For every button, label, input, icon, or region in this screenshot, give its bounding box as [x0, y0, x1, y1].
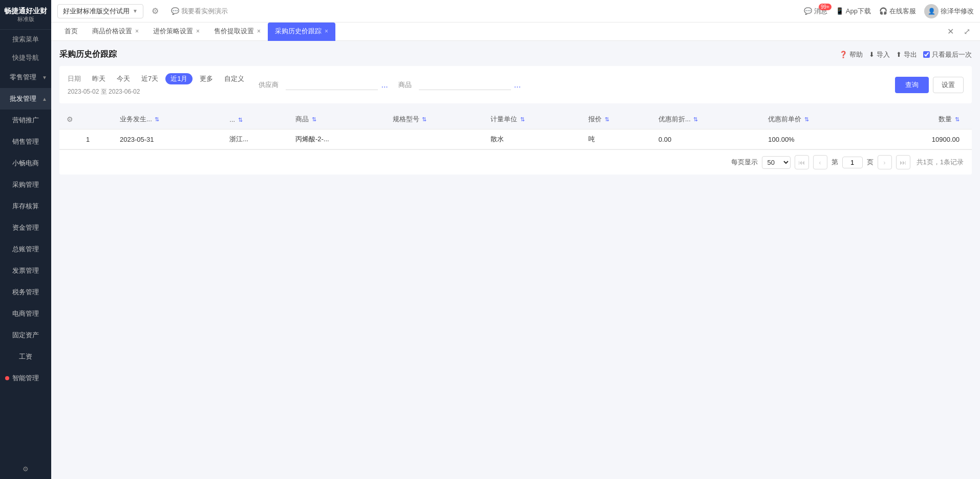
- supplier-input-wrap: ...: [286, 80, 388, 90]
- page-title: 采购历史价跟踪: [59, 49, 117, 60]
- th-quantity[interactable]: 数量 ⇅: [874, 110, 972, 129]
- sidebar-item-ledger-label: 总账管理: [4, 245, 47, 254]
- sidebar-item-sales[interactable]: 销售管理: [0, 131, 51, 153]
- sidebar-item-finance[interactable]: 资金管理: [0, 217, 51, 238]
- sidebar-item-inventory[interactable]: 库存核算: [0, 195, 51, 217]
- online-service-button[interactable]: 🎧 在线客服: [879, 7, 916, 16]
- gear-icon[interactable]: ⚙: [67, 115, 73, 123]
- sidebar-item-invoice-label: 发票管理: [4, 266, 47, 275]
- sort-icon: ⇅: [955, 116, 960, 122]
- sort-icon: ⇅: [605, 116, 609, 122]
- first-page-button[interactable]: ⏮: [795, 155, 809, 169]
- tab-sale-price[interactable]: 售价提取设置 ×: [207, 23, 268, 41]
- last1month-btn[interactable]: 近1月: [165, 73, 193, 84]
- version-selector[interactable]: 好业财标准版交付试用 ▼: [57, 4, 143, 18]
- per-page-select[interactable]: 50 20 100 200: [762, 156, 791, 169]
- tab-strategy-settings-label: 进价策略设置: [153, 27, 193, 36]
- filter-actions: 查询 设置: [895, 77, 964, 93]
- per-page-label: 每页显示: [731, 158, 758, 167]
- logo-title: 畅捷通好业财: [4, 6, 47, 15]
- export-button[interactable]: ⬆ 导出: [896, 50, 917, 59]
- table-row: 1 2023-05-31 浙江... 丙烯酸-2-... 散水 吨 0.00 1…: [59, 129, 972, 149]
- more-btn[interactable]: 更多: [196, 73, 217, 84]
- goods-more-icon[interactable]: ...: [514, 80, 521, 90]
- tabs-right-controls: ✕ ⤢: [943, 25, 974, 39]
- import-icon: ⬇: [869, 51, 875, 58]
- tab-purchase-history[interactable]: 采购历史价跟踪 ×: [268, 23, 335, 41]
- tab-strategy-settings[interactable]: 进价策略设置 ×: [146, 23, 207, 41]
- app-download-button[interactable]: 📱 App下载: [836, 7, 871, 16]
- goods-input[interactable]: [419, 80, 511, 90]
- th-quote-label: 报价: [588, 115, 602, 123]
- sidebar: 畅捷通好业财 标准版 搜索菜单 快捷导航 零售管理 ▼ 批发管理 ▲ 营销推广 …: [0, 0, 51, 479]
- expand-tab-button[interactable]: ⤢: [960, 25, 974, 39]
- sidebar-item-purchase[interactable]: 采购管理: [0, 174, 51, 195]
- settings-button[interactable]: 设置: [933, 77, 964, 93]
- th-seq: [80, 110, 114, 129]
- th-business-date[interactable]: 业务发生... ⇅: [114, 110, 223, 129]
- gear-icon[interactable]: ⚙: [147, 4, 163, 18]
- last-page-button[interactable]: ⏭: [896, 155, 910, 169]
- message-button[interactable]: 💬 消息 99+: [804, 7, 827, 16]
- page-input[interactable]: [842, 157, 863, 168]
- th-spec[interactable]: 规格型号 ⇅: [387, 110, 484, 129]
- sidebar-item-search[interactable]: 搜索菜单: [0, 30, 51, 49]
- td-seq: 1: [80, 129, 114, 149]
- sidebar-item-assets[interactable]: 固定资产: [0, 324, 51, 346]
- data-table: ⚙ 业务发生... ⇅ ... ⇅ 商品 ⇅: [59, 110, 972, 149]
- sidebar-item-purchase-label: 采购管理: [4, 180, 47, 189]
- custom-btn[interactable]: 自定义: [220, 73, 248, 84]
- sidebar-item-salary[interactable]: 工资: [0, 346, 51, 367]
- supplier-more-icon[interactable]: ...: [381, 80, 388, 90]
- import-button[interactable]: ⬇ 导入: [869, 50, 890, 59]
- close-tab-button[interactable]: ✕: [943, 25, 957, 39]
- sidebar-item-tax[interactable]: 税务管理: [0, 281, 51, 303]
- sidebar-item-ecommerce-small[interactable]: 小畅电商: [0, 153, 51, 174]
- sort-icon: ⇅: [804, 116, 809, 122]
- query-button[interactable]: 查询: [895, 77, 929, 93]
- demo-link[interactable]: 💬 我要看实例演示: [171, 7, 228, 16]
- td-quote: 吨: [582, 129, 652, 149]
- date-buttons: 昨天 今天 近7天 近1月 更多 自定义: [88, 73, 248, 84]
- chevron-down-icon: ▼: [42, 75, 47, 80]
- sidebar-item-quicknav[interactable]: 快捷导航: [0, 49, 51, 67]
- sidebar-item-finance-label: 资金管理: [4, 223, 47, 232]
- sort-icon: ⇅: [693, 116, 698, 122]
- last-only-checkbox[interactable]: [923, 51, 930, 58]
- sidebar-item-wholesale[interactable]: 批发管理 ▲: [0, 88, 51, 110]
- today-btn[interactable]: 今天: [113, 73, 134, 84]
- sort-icon: ⇅: [155, 116, 159, 122]
- tab-home[interactable]: 首页: [57, 23, 85, 41]
- yesterday-btn[interactable]: 昨天: [88, 73, 110, 84]
- close-icon[interactable]: ×: [135, 28, 139, 35]
- sidebar-item-ai[interactable]: 智能管理: [0, 367, 51, 389]
- app-download-label: App下载: [846, 7, 871, 16]
- th-unit[interactable]: 计量单位 ⇅: [484, 110, 582, 129]
- close-icon[interactable]: ×: [257, 28, 261, 35]
- sidebar-item-marketing[interactable]: 营销推广: [0, 110, 51, 131]
- th-quote[interactable]: 报价 ⇅: [582, 110, 652, 129]
- close-icon[interactable]: ×: [325, 28, 328, 35]
- sidebar-item-ledger[interactable]: 总账管理: [0, 238, 51, 260]
- chevron-up-icon: ▲: [42, 96, 47, 102]
- last7-btn[interactable]: 近7天: [137, 73, 162, 84]
- th-spec-label: 规格型号: [393, 115, 419, 123]
- close-icon[interactable]: ×: [196, 28, 200, 35]
- th-pre-discount-price[interactable]: 优惠前单价 ⇅: [762, 110, 874, 129]
- help-button[interactable]: ❓ 帮助: [839, 50, 863, 59]
- sidebar-item-ecommerce[interactable]: 电商管理: [0, 303, 51, 324]
- last-only-checkbox-label: 只看最后一次: [923, 50, 972, 59]
- th-unit-label: 计量单位: [491, 115, 517, 123]
- sidebar-item-retail[interactable]: 零售管理 ▼: [0, 67, 51, 88]
- th-more[interactable]: ... ⇅: [223, 110, 289, 129]
- th-discount-label: 优惠前折...: [658, 115, 691, 123]
- tab-price-settings[interactable]: 商品价格设置 ×: [85, 23, 146, 41]
- th-discount[interactable]: 优惠前折... ⇅: [652, 110, 762, 129]
- prev-page-button[interactable]: ‹: [813, 155, 827, 169]
- sidebar-settings-icon[interactable]: ⚙: [0, 459, 51, 479]
- sidebar-item-invoice[interactable]: 发票管理: [0, 260, 51, 281]
- user-menu[interactable]: 👤 徐泽华修改: [924, 4, 974, 18]
- next-page-button[interactable]: ›: [878, 155, 892, 169]
- th-goods[interactable]: 商品 ⇅: [289, 110, 387, 129]
- supplier-input[interactable]: [286, 80, 378, 90]
